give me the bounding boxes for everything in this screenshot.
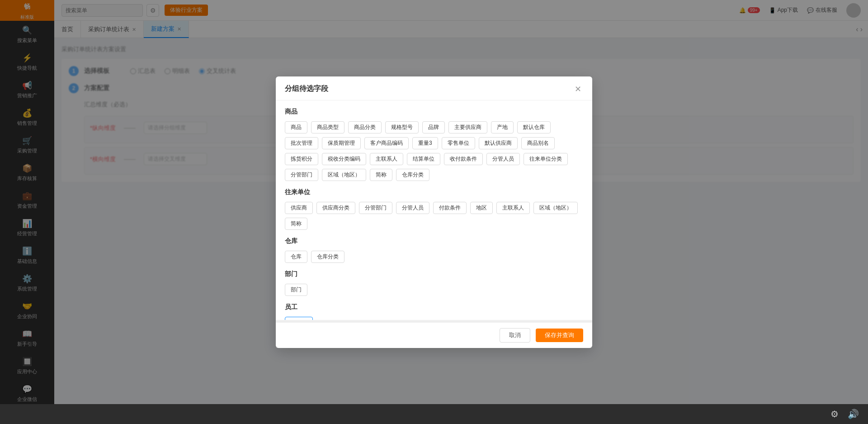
bottom-sound-icon[interactable]: 🔊	[848, 409, 859, 419]
field-tag-0-19[interactable]: 收付款条件	[444, 153, 483, 165]
field-grid-1: 供应商供应商分类分管部门分管人员付款条件地区主联系人区域（地区）简称	[285, 202, 583, 230]
field-tag-0-4[interactable]: 品牌	[422, 121, 445, 133]
field-grid-4: 业务员	[285, 317, 583, 320]
field-tag-1-6[interactable]: 主联系人	[496, 202, 530, 214]
field-tag-0-15[interactable]: 拣货积分	[285, 153, 318, 165]
field-tag-0-2[interactable]: 商品分类	[348, 121, 382, 133]
section-title-0: 商品	[285, 108, 583, 116]
dialog-footer: 取消 保存并查询	[276, 322, 592, 348]
field-tag-0-10[interactable]: 客户商品编码	[364, 137, 409, 149]
dialog-body: 商品商品商品类型商品分类规格型号品牌主要供应商产地默认仓库批次管理保质期管理客户…	[276, 100, 592, 320]
section-title-4: 员工	[285, 303, 583, 311]
field-tag-0-9[interactable]: 保质期管理	[322, 137, 361, 149]
field-tag-1-3[interactable]: 分管人员	[396, 202, 429, 214]
field-grid-3: 部门	[285, 284, 583, 296]
field-tag-0-24[interactable]: 简称	[370, 169, 392, 181]
bottom-gear-icon[interactable]: ⚙	[830, 409, 839, 419]
field-grid-0: 商品商品类型商品分类规格型号品牌主要供应商产地默认仓库批次管理保质期管理客户商品…	[285, 121, 583, 181]
bottom-bar: ⚙ 🔊	[0, 404, 868, 424]
section-title-1: 往来单位	[285, 188, 583, 196]
field-tag-2-1[interactable]: 仓库分类	[311, 251, 344, 263]
field-tag-0-18[interactable]: 结算单位	[407, 153, 440, 165]
field-tag-1-8[interactable]: 简称	[285, 218, 307, 230]
field-tag-0-21[interactable]: 往来单位分类	[524, 153, 568, 165]
field-tag-0-16[interactable]: 税收分类编码	[322, 153, 366, 165]
field-tag-0-0[interactable]: 商品	[285, 121, 307, 133]
cancel-btn[interactable]: 取消	[500, 328, 530, 343]
field-tag-1-1[interactable]: 供应商分类	[316, 202, 355, 214]
field-tag-0-11[interactable]: 重量3	[412, 137, 438, 149]
modal-overlay: 分组待选字段 ✕ 商品商品商品类型商品分类规格型号品牌主要供应商产地默认仓库批次…	[0, 0, 868, 424]
field-tag-0-20[interactable]: 分管人员	[486, 153, 520, 165]
save-btn[interactable]: 保存并查询	[536, 329, 583, 342]
field-tag-1-4[interactable]: 付款条件	[433, 202, 467, 214]
field-tag-0-8[interactable]: 批次管理	[285, 137, 318, 149]
field-tag-1-0[interactable]: 供应商	[285, 202, 313, 214]
field-tag-0-6[interactable]: 产地	[491, 121, 514, 133]
field-tag-0-25[interactable]: 仓库分类	[396, 169, 429, 181]
field-tag-0-7[interactable]: 默认仓库	[517, 121, 551, 133]
dialog-title: 分组待选字段	[285, 84, 328, 94]
dialog: 分组待选字段 ✕ 商品商品商品类型商品分类规格型号品牌主要供应商产地默认仓库批次…	[276, 76, 592, 348]
field-tag-3-0[interactable]: 部门	[285, 284, 307, 296]
field-tag-0-17[interactable]: 主联系人	[370, 153, 403, 165]
field-tag-0-12[interactable]: 零售单位	[442, 137, 475, 149]
field-grid-2: 仓库仓库分类	[285, 251, 583, 263]
field-tag-1-7[interactable]: 区域（地区）	[533, 202, 578, 214]
field-tag-0-22[interactable]: 分管部门	[285, 169, 318, 181]
field-tag-1-2[interactable]: 分管部门	[359, 202, 392, 214]
dialog-header: 分组待选字段 ✕	[276, 76, 592, 100]
field-tag-0-23[interactable]: 区域（地区）	[322, 169, 366, 181]
field-tag-2-0[interactable]: 仓库	[285, 251, 307, 263]
field-tag-0-3[interactable]: 规格型号	[385, 121, 419, 133]
section-title-3: 部门	[285, 270, 583, 278]
section-title-2: 仓库	[285, 237, 583, 245]
field-tag-4-0[interactable]: 业务员	[285, 317, 313, 320]
field-tag-0-14[interactable]: 商品别名	[521, 137, 555, 149]
field-tag-0-1[interactable]: 商品类型	[311, 121, 344, 133]
dialog-close-btn[interactable]: ✕	[572, 84, 583, 95]
field-tag-0-5[interactable]: 主要供应商	[448, 121, 487, 133]
field-tag-1-5[interactable]: 地区	[470, 202, 493, 214]
field-tag-0-13[interactable]: 默认供应商	[479, 137, 518, 149]
